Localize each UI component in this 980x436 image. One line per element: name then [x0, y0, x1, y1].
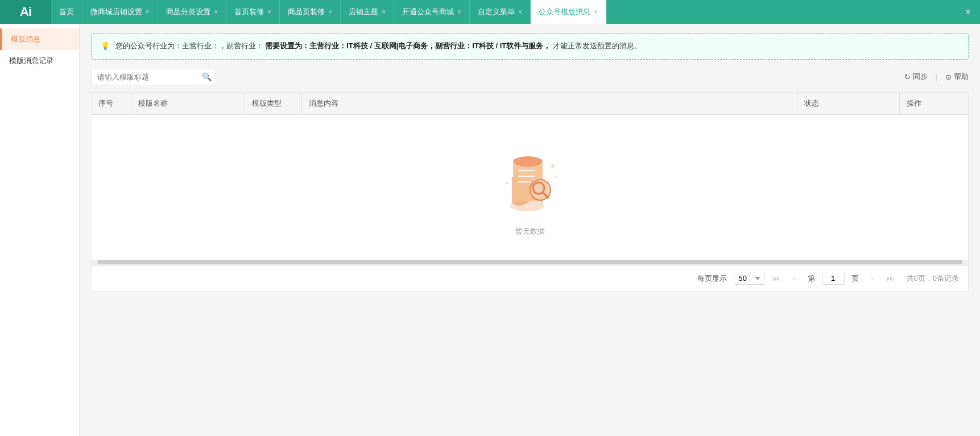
- help-button[interactable]: ⊙ 帮助: [945, 72, 969, 82]
- page-prefix: 第: [808, 273, 815, 284]
- page-suffix: 页: [851, 273, 859, 284]
- search-right: ↻ 同步 | ⊙ 帮助: [904, 72, 969, 82]
- per-page-select[interactable]: 102050100: [734, 272, 764, 285]
- tab-close-template[interactable]: ×: [594, 8, 598, 16]
- notice-box: 💡 您的公众号行业为：主营行业：，副营行业： 需要设置为：主营行业：IT科技 /…: [91, 33, 969, 60]
- first-page-button[interactable]: ⏮: [769, 272, 783, 285]
- empty-text: 暂无数据: [515, 226, 545, 236]
- notice-prefix: 您的公众号行业为：主营行业：，副营行业：: [115, 41, 263, 50]
- main-layout: 模版消息模版消息记录 💡 您的公众号行业为：主营行业：，副营行业： 需要设置为：…: [0, 24, 980, 436]
- pagination: 每页显示 102050100 ⏮ ‹ 第 页 › ⏭ 共0页，0条记录: [92, 265, 968, 291]
- scrollbar-area[interactable]: [92, 260, 968, 265]
- last-page-button[interactable]: ⏭: [884, 272, 898, 285]
- page-input[interactable]: [822, 272, 845, 285]
- sidebar-item-template-msg[interactable]: 模版消息: [0, 28, 79, 50]
- tab-close-theme[interactable]: ×: [382, 8, 386, 16]
- search-button[interactable]: 🔍: [202, 72, 212, 81]
- nav-tab-mall[interactable]: 开通公众号商城×: [394, 0, 470, 24]
- global-close-button[interactable]: ×: [956, 0, 980, 24]
- search-bar: 🔍 ↻ 同步 | ⊙ 帮助: [91, 69, 969, 85]
- tab-close-product[interactable]: ×: [328, 8, 332, 16]
- nav-tab-homepage[interactable]: 首页装修×: [226, 0, 280, 24]
- sync-icon: ↻: [904, 73, 911, 81]
- empty-illustration: [496, 149, 564, 217]
- empty-state: 暂无数据: [92, 115, 968, 259]
- table-header: 序号 模版名称 模版类型 消息内容 状态 操作: [92, 93, 968, 115]
- next-page-button[interactable]: ›: [866, 272, 879, 285]
- nav-tab-home[interactable]: 首页: [51, 0, 82, 24]
- notice-icon: 💡: [101, 41, 110, 50]
- tab-close-homepage[interactable]: ×: [267, 8, 271, 16]
- nav-tab-category[interactable]: 商品分类设置×: [158, 0, 226, 24]
- sidebar-item-template-record[interactable]: 模版消息记录: [0, 50, 79, 72]
- sync-label: 同步: [913, 72, 928, 82]
- svg-point-11: [555, 176, 557, 178]
- svg-point-2: [513, 156, 543, 167]
- divider: |: [936, 73, 937, 81]
- col-header-action: 操作: [900, 93, 968, 114]
- app-logo: Ai: [0, 0, 51, 24]
- tab-close-menu[interactable]: ×: [518, 8, 522, 16]
- nav-tab-wshop[interactable]: 微商城店铺设置×: [82, 0, 158, 24]
- col-header-status: 状态: [797, 93, 900, 114]
- per-page-label: 每页显示: [697, 273, 727, 284]
- sync-button[interactable]: ↻ 同步: [904, 72, 928, 82]
- top-nav: Ai 首页微商城店铺设置×商品分类设置×首页装修×商品页装修×店铺主题×开通公众…: [0, 0, 980, 24]
- content-area: 💡 您的公众号行业为：主营行业：，副营行业： 需要设置为：主营行业：IT科技 /…: [80, 24, 980, 436]
- nav-tabs: 首页微商城店铺设置×商品分类设置×首页装修×商品页装修×店铺主题×开通公众号商城…: [51, 0, 956, 24]
- nav-tab-template[interactable]: 公众号模版消息×: [531, 0, 606, 24]
- search-left: 🔍: [91, 69, 216, 85]
- col-header-content: 消息内容: [302, 93, 797, 114]
- scrollbar-thumb[interactable]: [97, 260, 962, 264]
- svg-point-10: [506, 182, 508, 184]
- prev-page-button[interactable]: ‹: [787, 272, 801, 285]
- col-header-type: 模版类型: [245, 93, 302, 114]
- tab-close-mall[interactable]: ×: [457, 8, 461, 16]
- search-input-wrap: 🔍: [91, 69, 216, 85]
- tab-close-wshop[interactable]: ×: [146, 8, 150, 16]
- notice-highlight: 需要设置为：主营行业：IT科技 / 互联网|电子商务，副营行业：IT科技 / I…: [265, 41, 551, 50]
- nav-tab-product[interactable]: 商品页装修×: [280, 0, 341, 24]
- help-icon: ⊙: [945, 73, 952, 81]
- nav-tab-theme[interactable]: 店铺主题×: [341, 0, 394, 24]
- help-label: 帮助: [954, 72, 969, 82]
- col-header-seq: 序号: [92, 93, 131, 114]
- notice-suffix: 才能正常发送预置的消息。: [553, 41, 642, 50]
- search-input[interactable]: [91, 69, 216, 85]
- tab-close-category[interactable]: ×: [214, 8, 218, 16]
- col-header-name: 模版名称: [131, 93, 245, 114]
- svg-point-9: [551, 164, 555, 168]
- sidebar: 模版消息模版消息记录: [0, 24, 80, 436]
- data-table: 序号 模版名称 模版类型 消息内容 状态 操作: [91, 92, 969, 292]
- page-total: 共0页，0条记录: [907, 273, 959, 284]
- nav-tab-menu[interactable]: 自定义菜单×: [470, 0, 531, 24]
